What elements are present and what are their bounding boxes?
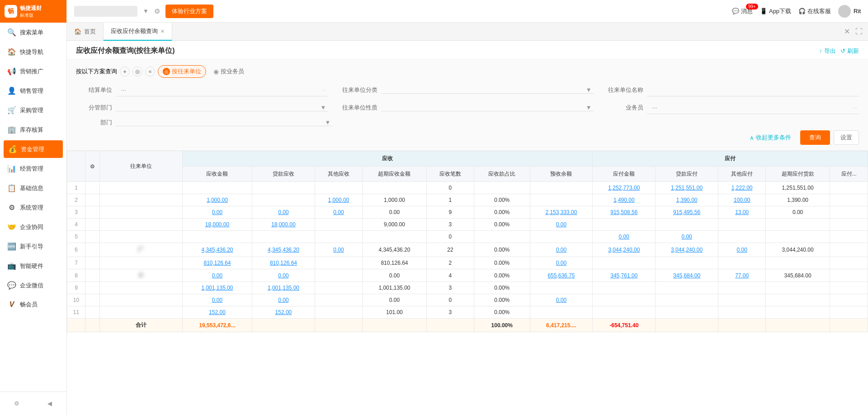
scheme-option-partner[interactable]: ◎ 按往来单位 bbox=[158, 65, 206, 78]
tab-close-icon[interactable]: ✕ bbox=[160, 29, 165, 34]
row-ap-other[interactable]: 1,222.00 bbox=[718, 182, 766, 194]
row-ar-amount[interactable]: 0.00 bbox=[182, 294, 252, 306]
row-ap-loan[interactable]: 345,684.00 bbox=[656, 269, 718, 282]
window-expand-btn[interactable]: ⛶ bbox=[854, 26, 864, 38]
row-ap-other[interactable] bbox=[718, 231, 766, 243]
row-ap-other[interactable]: 0.00 bbox=[718, 243, 766, 257]
salesman-input[interactable] bbox=[649, 101, 852, 114]
sidebar-item-wechat[interactable]: 💬 企业微信 bbox=[0, 276, 66, 295]
sidebar-item-hardware[interactable]: 📺 智能硬件 bbox=[0, 256, 66, 276]
row-ap-other[interactable]: 77.00 bbox=[718, 269, 766, 282]
settings-gear-icon[interactable]: ⚙ bbox=[154, 7, 160, 15]
sidebar-item-marketing[interactable]: 📢 营销推广 bbox=[0, 62, 66, 81]
row-ap-amount[interactable] bbox=[593, 294, 656, 306]
explore-btn[interactable]: 体验行业方案 bbox=[165, 5, 213, 18]
row-ar-prepay[interactable]: 655,636.75 bbox=[530, 269, 593, 282]
sidebar-item-inventory[interactable]: 🏢 库存核算 bbox=[0, 120, 66, 139]
row-ar-other[interactable] bbox=[315, 269, 362, 282]
export-btn[interactable]: ↑ 导出 bbox=[820, 47, 836, 55]
row-ar-prepay[interactable] bbox=[530, 231, 593, 243]
row-ar-other[interactable] bbox=[315, 182, 362, 194]
settlement-input[interactable] bbox=[118, 83, 321, 96]
row-ap-amount[interactable]: 1,490.00 bbox=[593, 194, 656, 206]
row-ap-loan[interactable]: 1,390.00 bbox=[656, 194, 718, 206]
row-ap-amount[interactable]: 345,761.00 bbox=[593, 269, 656, 282]
row-ap-amount[interactable]: 915,508.56 bbox=[593, 206, 656, 219]
row-ap-loan[interactable] bbox=[656, 282, 718, 294]
col-settings[interactable]: ⚙ bbox=[85, 151, 100, 182]
row-ap-other[interactable]: 13.00 bbox=[718, 206, 766, 219]
row-ap-other[interactable] bbox=[718, 257, 766, 269]
tab-home[interactable]: 🏠 首页 bbox=[67, 23, 104, 40]
sidebar-item-basic-info[interactable]: 📋 基础信息 bbox=[0, 178, 66, 198]
row-ar-amount[interactable]: 810,126.64 bbox=[182, 257, 252, 269]
row-ar-loan[interactable]: 0.00 bbox=[252, 294, 315, 306]
row-ar-other[interactable]: 1,000.00 bbox=[315, 194, 362, 206]
window-close-btn[interactable]: ✕ bbox=[842, 25, 852, 38]
scheme-option-employee[interactable]: ◉ 按业务员 bbox=[209, 66, 249, 77]
row-ap-loan[interactable] bbox=[656, 257, 718, 269]
scheme-collapse-btn[interactable]: « bbox=[145, 67, 155, 76]
sidebar-item-purchase[interactable]: 🛒 采购管理 bbox=[0, 100, 66, 120]
row-ap-amount[interactable]: 3,044,240.00 bbox=[593, 243, 656, 257]
row-ap-loan[interactable] bbox=[656, 294, 718, 306]
row-ar-amount[interactable]: 18,000.00 bbox=[182, 219, 252, 231]
row-ar-amount[interactable]: 0.00 bbox=[182, 206, 252, 219]
sidebar-item-quick-nav[interactable]: 🏠 快捷导航 bbox=[0, 42, 66, 62]
row-ap-loan[interactable] bbox=[656, 219, 718, 231]
row-ar-loan[interactable] bbox=[252, 194, 315, 206]
dept-select[interactable]: ▼ bbox=[116, 119, 332, 126]
sidebar-item-sales[interactable]: 👤 销售管理 bbox=[0, 81, 66, 100]
partner-category-select[interactable]: ▼ bbox=[381, 86, 593, 94]
row-ar-other[interactable] bbox=[315, 257, 362, 269]
row-ap-other[interactable] bbox=[718, 282, 766, 294]
row-ar-amount[interactable] bbox=[182, 231, 252, 243]
row-ar-amount[interactable] bbox=[182, 182, 252, 194]
row-ar-prepay[interactable]: 0.00 bbox=[530, 243, 593, 257]
row-ap-other[interactable] bbox=[718, 306, 766, 319]
row-ar-prepay[interactable] bbox=[530, 182, 593, 194]
app-download-btn[interactable]: 📱 App下载 bbox=[760, 7, 791, 15]
row-ar-other[interactable] bbox=[315, 306, 362, 319]
row-ar-loan[interactable] bbox=[252, 182, 315, 194]
row-ar-loan[interactable]: 0.00 bbox=[252, 269, 315, 282]
sidebar-item-capital[interactable]: 💰 资金管理 bbox=[4, 140, 63, 158]
message-btn[interactable]: 💬 消息 99+ bbox=[732, 7, 753, 15]
row-ar-prepay[interactable] bbox=[530, 306, 593, 319]
row-ar-other[interactable]: 0.00 bbox=[315, 243, 362, 257]
row-ar-prepay[interactable] bbox=[530, 282, 593, 294]
footer-settings-btn[interactable]: ⚙ bbox=[0, 396, 33, 410]
sidebar-item-system[interactable]: ⚙ 系统管理 bbox=[0, 198, 66, 217]
row-ar-prepay[interactable]: 2,153,333.00 bbox=[530, 206, 593, 219]
row-ar-amount[interactable]: 0.00 bbox=[182, 269, 252, 282]
row-ap-loan[interactable]: 0.00 bbox=[656, 231, 718, 243]
row-ar-amount[interactable]: 4,345,436.20 bbox=[182, 243, 252, 257]
row-ar-loan[interactable]: 18,000.00 bbox=[252, 219, 315, 231]
collapse-btn[interactable]: ∧ 收起更多条件 bbox=[750, 134, 791, 142]
setting-btn[interactable]: 设置 bbox=[834, 130, 859, 145]
row-ap-loan[interactable] bbox=[656, 306, 718, 319]
row-ap-amount[interactable] bbox=[593, 219, 656, 231]
row-ar-other[interactable] bbox=[315, 282, 362, 294]
row-ar-amount[interactable]: 1,000.00 bbox=[182, 194, 252, 206]
user-area[interactable]: Rit bbox=[838, 5, 861, 18]
tab-ar-ap[interactable]: 应收应付余额查询 ✕ bbox=[104, 23, 172, 41]
row-ar-other[interactable] bbox=[315, 294, 362, 306]
row-ap-other[interactable]: 100.00 bbox=[718, 194, 766, 206]
sidebar-item-corp[interactable]: 🤝 企业协同 bbox=[0, 217, 66, 237]
sidebar-item-guide[interactable]: 🆕 新手引导 bbox=[0, 237, 66, 256]
row-ar-other[interactable]: 0.00 bbox=[315, 206, 362, 219]
query-btn[interactable]: 查询 bbox=[800, 130, 830, 145]
row-ar-other[interactable] bbox=[315, 231, 362, 243]
row-ar-loan[interactable]: 1,001,135.00 bbox=[252, 282, 315, 294]
row-ar-loan[interactable]: 152.00 bbox=[252, 306, 315, 319]
department-select[interactable]: ▼ bbox=[116, 104, 328, 111]
row-ar-loan[interactable]: 4,345,436.20 bbox=[252, 243, 315, 257]
sidebar-item-operations[interactable]: 📊 经营管理 bbox=[0, 159, 66, 178]
row-ap-amount[interactable] bbox=[593, 282, 656, 294]
sidebar-item-member[interactable]: V 畅会员 bbox=[0, 295, 66, 314]
row-ap-amount[interactable]: 1,252,773.00 bbox=[593, 182, 656, 194]
row-ar-amount[interactable]: 1,001,135.00 bbox=[182, 282, 252, 294]
online-service-btn[interactable]: 🎧 在线客服 bbox=[798, 7, 831, 15]
scheme-edit-btn[interactable]: ◎ bbox=[132, 67, 142, 76]
